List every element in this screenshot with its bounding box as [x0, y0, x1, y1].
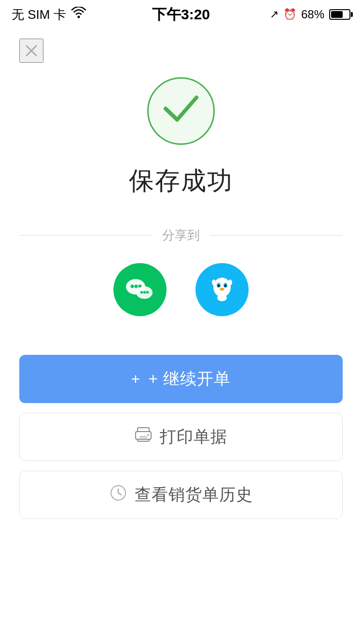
plus-icon: + — [131, 370, 141, 388]
svg-point-17 — [220, 288, 224, 291]
status-time: 下午3:20 — [152, 5, 210, 25]
continue-order-label: + 继续开单 — [148, 368, 231, 390]
qq-share-button[interactable] — [195, 263, 249, 316]
svg-point-19 — [228, 280, 232, 285]
svg-point-15 — [218, 285, 220, 287]
wechat-share-button[interactable] — [113, 263, 167, 316]
svg-point-9 — [143, 291, 146, 294]
svg-point-0 — [77, 15, 80, 18]
continue-order-button[interactable]: + + 继续开单 — [19, 355, 343, 403]
print-label: 打印单据 — [160, 426, 227, 448]
status-carrier: 无 SIM 卡 — [12, 6, 86, 23]
view-history-button[interactable]: 查看销货单历史 — [19, 471, 343, 519]
svg-point-16 — [224, 285, 227, 287]
svg-point-25 — [147, 434, 149, 436]
history-label: 查看销货单历史 — [135, 484, 253, 506]
wifi-icon — [71, 7, 86, 23]
svg-point-18 — [212, 280, 216, 285]
svg-point-8 — [140, 291, 143, 294]
share-icons-container — [113, 263, 249, 316]
success-circle — [147, 77, 215, 145]
location-icon: ↗ — [270, 8, 278, 21]
svg-point-10 — [146, 291, 149, 294]
status-bar: 无 SIM 卡 下午3:20 ↗ ⏰ 68% — [0, 0, 362, 29]
divider-left — [19, 235, 153, 236]
print-button[interactable]: 打印单据 — [19, 413, 343, 461]
battery-indicator — [329, 9, 350, 20]
action-buttons: + + 继续开单 打印单据 — [19, 355, 343, 519]
alarm-icon: ⏰ — [283, 8, 296, 21]
close-button[interactable] — [19, 39, 43, 63]
svg-point-4 — [131, 285, 134, 288]
no-sim-text: 无 SIM 卡 — [12, 6, 66, 23]
share-label: 分享到 — [162, 227, 200, 244]
share-section: 分享到 — [19, 227, 343, 316]
svg-rect-23 — [139, 436, 147, 437]
share-divider: 分享到 — [19, 227, 343, 244]
close-icon — [23, 42, 40, 59]
history-icon — [110, 484, 127, 505]
success-title: 保存成功 — [129, 164, 233, 198]
status-right-icons: ↗ ⏰ 68% — [270, 8, 350, 21]
main-content: 保存成功 分享到 — [0, 29, 362, 644]
divider-right — [209, 235, 343, 236]
svg-point-5 — [135, 285, 138, 288]
printer-icon — [135, 427, 152, 447]
svg-rect-24 — [139, 438, 147, 439]
battery-percent: 68% — [301, 8, 324, 21]
checkmark-icon — [162, 92, 200, 131]
svg-point-11 — [213, 278, 231, 297]
svg-point-12 — [217, 294, 227, 301]
